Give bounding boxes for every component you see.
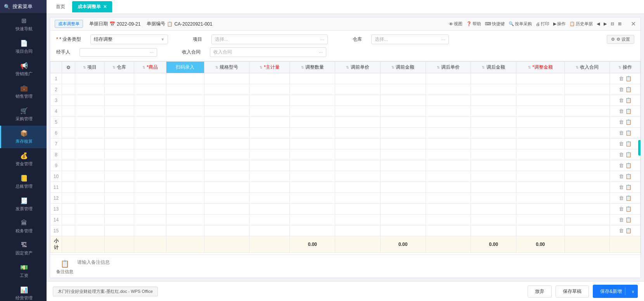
cell-settings-5[interactable] [62,117,75,128]
save-new-button[interactable]: 保存&新增 ∨ [593,285,638,298]
view-action[interactable]: 👁 视图 [449,21,462,27]
cell-unit-1[interactable] [249,73,290,84]
review-action[interactable]: 🔍 按单采购 [509,21,532,27]
sidebar-item-quick-nav[interactable]: ⊞ 快速导航 [0,13,47,36]
cell-prev_amount-4[interactable] [380,106,426,117]
right-edge-indicator[interactable] [638,140,641,156]
cell-scan-5[interactable] [166,117,204,128]
cell-after_amount-8[interactable] [471,149,516,160]
cell-project-4[interactable] [75,106,105,117]
cell-project-7[interactable] [75,138,105,149]
cell-adj_amount-3[interactable] [516,95,565,106]
cell-unit-13[interactable] [249,204,290,215]
settings-button[interactable]: ⚙ ⚙ 设置 [607,35,634,44]
cell-goods-11[interactable] [134,182,166,193]
copy-icon-9[interactable]: 📋 [625,163,632,168]
cell-unit-15[interactable] [249,225,290,236]
delete-icon-4[interactable]: 🗑 [619,108,624,114]
cell-unit-14[interactable] [249,215,290,225]
sidebar-item-inventory[interactable]: 📦 库存核算 [0,126,47,148]
sidebar-item-ledger[interactable]: 📒 总账管理 [0,171,47,193]
operate-action[interactable]: ▶ 操作 [553,21,566,27]
cell-spec-4[interactable] [204,106,249,117]
col-header-settings[interactable]: ⚙ [62,62,75,73]
cell-scan-12[interactable] [166,193,204,204]
cell-after_amount-5[interactable] [471,117,516,128]
income-contract-input[interactable]: 收入合同 ··· [210,47,326,57]
cell-unit-3[interactable] [249,95,290,106]
cell-after_price-4[interactable] [426,106,471,117]
cell-prev_amount-5[interactable] [380,117,426,128]
cell-project-1[interactable] [75,73,105,84]
cell-unit-2[interactable] [249,84,290,95]
cell-scan-4[interactable] [166,106,204,117]
cell-spec-15[interactable] [204,225,249,236]
cell-settings-10[interactable] [62,171,75,182]
cell-after_price-2[interactable] [426,84,471,95]
cell-prev_amount-9[interactable] [380,160,426,171]
copy-icon-6[interactable]: 📋 [625,130,632,136]
copy-icon-14[interactable]: 📋 [625,217,632,223]
col-header-scan[interactable]: 扫码录入 [166,62,204,73]
copy-icon-13[interactable]: 📋 [625,206,632,212]
cell-prev_price-3[interactable] [335,95,381,106]
help-action[interactable]: ❓ 帮助 [466,21,481,27]
copy-icon-15[interactable]: 📋 [625,228,632,234]
cell-scan-13[interactable] [166,204,204,215]
nav-prev-btn[interactable]: ◀ [597,21,600,26]
cell-scan-15[interactable] [166,225,204,236]
cell-warehouse-12[interactable] [104,193,134,204]
cell-unit-11[interactable] [249,182,290,193]
cell-settings-15[interactable] [62,225,75,236]
warehouse-input[interactable]: 选择... ··· [371,35,449,44]
cell-prev_amount-2[interactable] [380,84,426,95]
delete-icon-5[interactable]: 🗑 [619,119,624,125]
cell-income_contract-8[interactable] [564,149,610,160]
copy-icon-4[interactable]: 📋 [625,108,632,114]
delete-icon-1[interactable]: 🗑 [619,76,624,81]
cell-after_price-7[interactable] [426,138,471,149]
sidebar-item-tax[interactable]: 🏛 税务管理 [0,216,47,238]
save-draft-button[interactable]: 保存草稿 [556,285,589,298]
cell-scan-11[interactable] [166,182,204,193]
copy-icon-7[interactable]: 📋 [625,141,632,147]
sidebar-item-salary[interactable]: 💵 工资 [0,260,47,282]
cell-prev_price-13[interactable] [335,204,381,215]
cell-adj_amount-15[interactable] [516,225,565,236]
copy-icon-12[interactable]: 📋 [625,195,632,201]
cell-spec-1[interactable] [204,73,249,84]
cell-prev_price-12[interactable] [335,193,381,204]
cell-income_contract-12[interactable] [564,193,610,204]
cell-project-14[interactable] [75,215,105,225]
cell-prev_amount-11[interactable] [380,182,426,193]
cell-prev_amount-7[interactable] [380,138,426,149]
cell-adj_amount-4[interactable] [516,106,565,117]
sidebar-item-ops[interactable]: 📊 经营管理 [0,282,47,301]
cell-adj_amount-12[interactable] [516,193,565,204]
cell-warehouse-13[interactable] [104,204,134,215]
project-dots-icon[interactable]: ··· [320,37,324,42]
cell-project-10[interactable] [75,171,105,182]
cell-prev_price-6[interactable] [335,128,381,138]
delete-icon-3[interactable]: 🗑 [619,97,624,103]
view-expand-btn[interactable]: ⊟ [611,21,614,26]
cell-adj_qty-4[interactable] [290,106,335,117]
cell-adj_amount-11[interactable] [516,182,565,193]
cell-unit-8[interactable] [249,149,290,160]
cell-goods-5[interactable] [134,117,166,128]
cell-warehouse-1[interactable] [104,73,134,84]
history-action[interactable]: 📋 历史单据 [570,21,593,27]
copy-icon-10[interactable]: 📋 [625,173,632,179]
cell-settings-7[interactable] [62,138,75,149]
cell-settings-14[interactable] [62,215,75,225]
cell-goods-6[interactable] [134,128,166,138]
cell-prev_price-5[interactable] [335,117,381,128]
cell-goods-1[interactable] [134,73,166,84]
cell-after_price-9[interactable] [426,160,471,171]
copy-icon-3[interactable]: 📋 [625,97,632,103]
cell-prev_amount-10[interactable] [380,171,426,182]
cell-spec-13[interactable] [204,204,249,215]
cell-scan-7[interactable] [166,138,204,149]
cell-settings-6[interactable] [62,128,75,138]
sidebar-item-finance[interactable]: 💰 资金管理 [0,148,47,171]
